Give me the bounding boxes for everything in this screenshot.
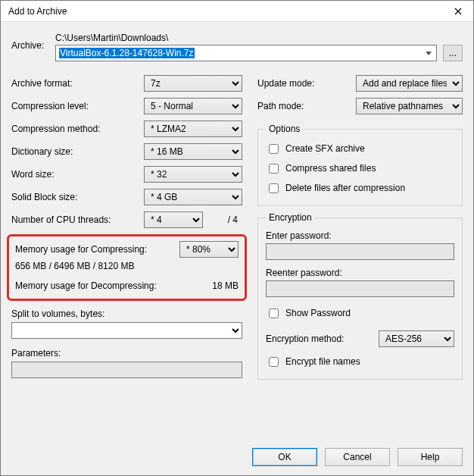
- button-bar: OK Cancel Help: [1, 439, 473, 475]
- chevron-down-icon: [423, 47, 435, 59]
- split-volumes-combo[interactable]: [11, 322, 242, 339]
- mem-decompress-value: 18 MB: [184, 280, 239, 291]
- close-button[interactable]: [443, 1, 473, 22]
- solid-block-size-label: Solid Block size:: [11, 192, 144, 202]
- options-group: Options Create SFX archive Compress shar…: [257, 124, 463, 206]
- mem-compress-select[interactable]: * 80%: [179, 241, 239, 258]
- dialog-window: Add to Archive Archive: C:\Users\Martin\…: [0, 0, 474, 476]
- cpu-threads-total: / 4: [206, 215, 238, 225]
- show-password-checkbox[interactable]: Show Password: [266, 303, 454, 323]
- enter-password-input[interactable]: [266, 243, 454, 260]
- titlebar: Add to Archive: [1, 1, 473, 22]
- archive-filename-combo[interactable]: VirtualBox-6.1.28-147628-Win.7z: [55, 45, 437, 61]
- parameters-input[interactable]: [11, 362, 242, 378]
- update-mode-label: Update mode:: [257, 78, 356, 89]
- archive-format-label: Archive format:: [11, 78, 144, 89]
- archive-label: Archive:: [11, 33, 55, 51]
- reenter-password-label: Reenter password:: [266, 268, 454, 278]
- archive-filename: VirtualBox-6.1.28-147628-Win.7z: [59, 48, 195, 58]
- enter-password-label: Enter password:: [266, 230, 454, 241]
- compress-shared-checkbox[interactable]: Compress shared files: [266, 158, 454, 178]
- split-volumes-label: Split to volumes, bytes:: [11, 308, 242, 319]
- ok-button[interactable]: OK: [252, 448, 317, 466]
- reenter-password-input[interactable]: [266, 280, 454, 297]
- options-legend: Options: [266, 124, 303, 134]
- encryption-method-select[interactable]: AES-256: [379, 330, 454, 347]
- dictionary-size-select[interactable]: * 16 MB: [144, 143, 242, 160]
- mem-compress-detail: 656 MB / 6496 MB / 8120 MB: [15, 261, 134, 271]
- word-size-label: Word size:: [11, 169, 144, 180]
- path-mode-select[interactable]: Relative pathnames: [356, 98, 463, 114]
- create-sfx-checkbox[interactable]: Create SFX archive: [266, 139, 454, 158]
- parameters-label: Parameters:: [11, 348, 242, 359]
- help-button[interactable]: Help: [398, 448, 463, 466]
- dictionary-size-label: Dictionary size:: [11, 146, 144, 157]
- update-mode-select[interactable]: Add and replace files: [356, 75, 463, 92]
- encryption-legend: Encryption: [266, 212, 315, 223]
- encrypt-filenames-checkbox[interactable]: Encrypt file names: [266, 352, 454, 371]
- compression-method-select[interactable]: * LZMA2: [144, 121, 242, 137]
- solid-block-size-select[interactable]: * 4 GB: [144, 189, 242, 205]
- window-title: Add to Archive: [8, 6, 443, 17]
- cpu-threads-label: Number of CPU threads:: [11, 215, 144, 225]
- cpu-threads-select[interactable]: * 4: [144, 211, 203, 228]
- path-mode-label: Path mode:: [257, 101, 356, 111]
- compression-level-select[interactable]: 5 - Normal: [144, 98, 242, 114]
- mem-decompress-label: Memory usage for Decompressing:: [15, 280, 184, 291]
- memory-highlight-box: Memory usage for Compressing: * 80% 656 …: [7, 234, 247, 301]
- encryption-group: Encryption Enter password: Reenter passw…: [257, 212, 463, 380]
- archive-path: C:\Users\Martin\Downloads\: [55, 33, 463, 43]
- compression-level-label: Compression level:: [11, 101, 144, 111]
- word-size-select[interactable]: * 32: [144, 166, 242, 183]
- archive-format-select[interactable]: 7z: [144, 75, 242, 92]
- encryption-method-label: Encryption method:: [266, 334, 373, 344]
- cancel-button[interactable]: Cancel: [325, 448, 390, 466]
- browse-button[interactable]: ...: [443, 45, 463, 61]
- delete-after-checkbox[interactable]: Delete files after compression: [266, 178, 454, 198]
- compression-method-label: Compression method:: [11, 124, 144, 134]
- mem-compress-label: Memory usage for Compressing:: [15, 244, 179, 255]
